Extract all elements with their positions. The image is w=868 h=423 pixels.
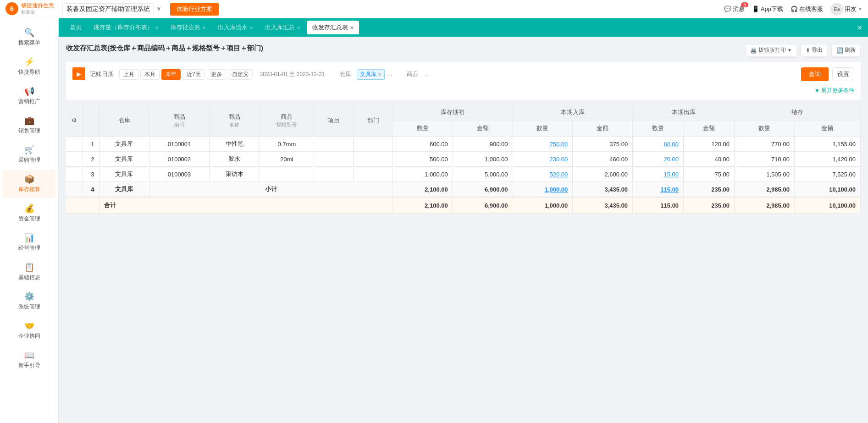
tab-label-in_out_summary: 出入库汇总 [265, 23, 295, 32]
date-btn-本月[interactable]: 本月 [140, 69, 160, 80]
sidebar-item-system[interactable]: ⚙️系统管理 [3, 287, 55, 315]
date-btn-本年[interactable]: 本年 [161, 69, 181, 80]
row-out-amt-2: 75.00 [684, 167, 735, 182]
row-opening-qty-0: 600.00 [393, 137, 453, 152]
sidebar-item-sales[interactable]: 💼销售管理 [3, 111, 55, 139]
quick_nav-icon: ⚡ [24, 57, 34, 67]
print-btn[interactable]: 🖨️ 拔镇版打印 ▼ [745, 44, 797, 56]
goods-more-dots[interactable]: ... [424, 71, 429, 77]
user-menu[interactable]: Ea 用友 ▼ [830, 3, 862, 16]
total-in-qty: 1,000.00 [513, 197, 573, 214]
sidebar-item-basic_info[interactable]: 📋基础信息 [3, 258, 55, 286]
tab-close-recv_send_summary[interactable]: ✕ [350, 25, 354, 30]
sidebar-item-operation[interactable]: 📊经营管理 [3, 228, 55, 257]
subtotal-opening-qty: 2,100.00 [393, 182, 453, 198]
tab-label-recv_send_summary: 收发存汇总表 [312, 23, 348, 32]
sidebar-item-quick_nav[interactable]: ⚡快捷导航 [3, 52, 55, 81]
row-opening-amt-1: 1,000.00 [453, 152, 513, 167]
tab-close-batch_ledger[interactable]: ✕ [202, 25, 206, 30]
expand-more-btn[interactable]: ▼ 展开更多条件 [814, 87, 854, 94]
sidebar-item-marketing[interactable]: 📢营销推广 [3, 82, 55, 110]
tab-in_out_flow[interactable]: 出入库流水✕ [212, 21, 259, 34]
tab-close-stock_dist[interactable]: ✕ [155, 25, 159, 30]
sidebar-item-guide[interactable]: 📖新手引导 [3, 346, 55, 374]
tab-home[interactable]: 首页 [64, 21, 87, 34]
tab-label-home: 首页 [70, 23, 82, 32]
system-name-dropdown-icon[interactable]: ▼ [156, 5, 162, 12]
warehouse-tag-close[interactable]: ✕ [378, 72, 381, 77]
row-in-amt-1: 460.00 [573, 152, 633, 167]
system-name[interactable]: 装备及固定资产辅助管理系统 [62, 3, 154, 15]
row-in-qty-2[interactable]: 520.00 [513, 167, 573, 182]
subtotal-out-amt: 235.00 [684, 182, 735, 198]
tab-batch_ledger[interactable]: 库存批次账✕ [165, 21, 211, 34]
online-service-btn[interactable]: 🎧 在线客服 [791, 5, 823, 13]
tab-close-in_out_summary[interactable]: ✕ [297, 25, 300, 30]
th-out-qty: 数量 [633, 121, 684, 137]
total-label [66, 197, 99, 214]
row-project-1 [314, 152, 354, 167]
sidebar-item-label: 营销推广 [18, 98, 40, 105]
th-out: 本期出库 [633, 104, 735, 121]
marketing-icon: 📢 [24, 86, 34, 96]
date-range: 2023-01-01 至 2023-12-31 [260, 71, 325, 78]
settings-btn[interactable]: 设置 [832, 67, 854, 81]
th-opening-amt: 金额 [453, 121, 513, 137]
filter-toggle-btn[interactable]: ▶ [72, 67, 85, 80]
warehouse-more-dots[interactable]: ... [387, 71, 392, 77]
row-num-2: 3 [83, 167, 99, 182]
export-icon: ⬆ [806, 47, 810, 54]
experience-btn[interactable]: 体验行业方案 [170, 3, 219, 16]
logo-area: 6 畅捷通好生意 标准版 [6, 2, 54, 15]
tabbar-close-btn[interactable]: ✕ [857, 23, 862, 32]
subtotal-in-qty[interactable]: 1,000.00 [513, 182, 573, 198]
th-in: 本期入库 [513, 104, 633, 121]
sidebar-item-finance[interactable]: 💰资金管理 [3, 199, 55, 227]
row-in-qty-0[interactable]: 250.00 [513, 137, 573, 152]
row-balance-amt-1: 1,420.00 [794, 152, 860, 167]
row-out-qty-2[interactable]: 15.00 [633, 167, 684, 182]
query-btn[interactable]: 查询 [801, 67, 829, 81]
message-btn[interactable]: 💬 消息 6 [724, 5, 745, 13]
tab-recv_send_summary[interactable]: 收发存汇总表✕ [307, 21, 359, 34]
row-balance-qty-2: 1,505.00 [735, 167, 795, 182]
subtotal-out-qty[interactable]: 115.00 [633, 182, 684, 198]
export-btn[interactable]: ⬆ 导出 [801, 44, 828, 56]
date-btn-近7天[interactable]: 近7天 [182, 69, 205, 80]
date-btn-自定义[interactable]: 自定义 [228, 69, 253, 80]
refresh-btn[interactable]: 🔄 刷新 [831, 44, 861, 56]
row-goods-name-2: 采访本 [209, 167, 260, 182]
row-warehouse-1: 文具库 [99, 152, 149, 167]
tab-stock_dist[interactable]: 现存量（库存分布表）✕ [88, 21, 164, 34]
tab-close-in_out_flow[interactable]: ✕ [249, 25, 253, 30]
tab-bar: 首页现存量（库存分布表）✕库存批次账✕出入库流水✕出入库汇总✕收发存汇总表✕✕ [59, 18, 868, 37]
th-in-amt: 金额 [573, 121, 633, 137]
sidebar-item-label: 快捷导航 [18, 68, 40, 76]
row-settings-1[interactable] [66, 152, 83, 167]
row-settings-0[interactable] [66, 137, 83, 152]
total-out-qty: 115.00 [633, 197, 684, 214]
sidebar-item-label: 库存核算 [18, 186, 40, 193]
row-out-qty-0[interactable]: 80.00 [633, 137, 684, 152]
row-in-qty-1[interactable]: 230.00 [513, 152, 573, 167]
sidebar-item-purchase[interactable]: 🛒采购管理 [3, 140, 55, 169]
row-settings-2[interactable] [66, 167, 83, 182]
expand-row: ▼ 展开更多条件 [90, 83, 854, 94]
subtotal-row: 4 文具库 小计 2,100.00 6,900.00 1,000.00 3,43… [66, 182, 861, 198]
sidebar-item-inventory[interactable]: 📦库存核算 [3, 170, 55, 198]
date-btn-更多[interactable]: 更多 [207, 69, 226, 80]
app-download-label: App下载 [761, 5, 783, 13]
message-badge: 6 [741, 2, 748, 7]
row-out-qty-1[interactable]: 20.00 [633, 152, 684, 167]
date-btn-上月[interactable]: 上月 [119, 69, 138, 80]
app-download-btn[interactable]: 📱 App下载 [752, 5, 783, 13]
date-filter-label: 记账日期 [90, 70, 114, 78]
tab-in_out_summary[interactable]: 出入库汇总✕ [260, 21, 306, 34]
sidebar-item-search[interactable]: 🔍搜索菜单 [3, 23, 55, 51]
total-in-amt: 3,435.00 [573, 197, 633, 214]
print-dropdown-icon: ▼ [787, 48, 792, 53]
th-settings[interactable]: ⚙ [66, 104, 83, 137]
row-goods-spec-2 [260, 167, 314, 182]
sidebar-item-enterprise[interactable]: 🤝企业协同 [3, 316, 55, 345]
headset-icon: 🎧 [791, 5, 798, 12]
